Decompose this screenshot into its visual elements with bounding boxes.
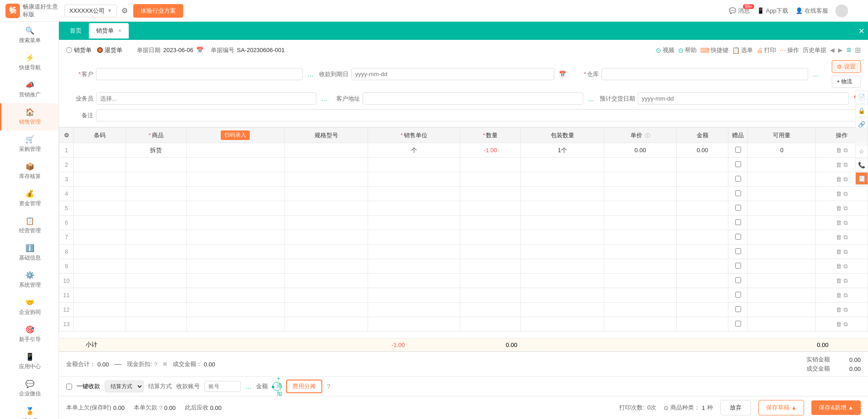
payment-method-select[interactable]: 结算方式 (105, 380, 144, 392)
cell-spec[interactable] (284, 317, 368, 332)
app-download-button[interactable]: 📱 App下载 (757, 7, 788, 15)
radio-return[interactable]: 退货单 (97, 46, 122, 54)
delete-icon[interactable]: 🗑 (836, 292, 842, 299)
settings-button[interactable]: ⚙ 设置 (832, 60, 861, 73)
cell-unit[interactable] (368, 288, 460, 303)
cell-product[interactable] (126, 274, 186, 288)
grid-view-icon[interactable]: ⊞ (855, 46, 861, 54)
cell-spec[interactable] (284, 143, 368, 158)
cell-price[interactable] (604, 259, 676, 274)
price-help-icon[interactable]: ⓘ (645, 133, 650, 138)
cell-barcode[interactable] (74, 230, 126, 245)
operate-btn[interactable]: ⋯ 操作 (780, 46, 799, 54)
right-tool-lock[interactable]: 🔒 (855, 104, 868, 117)
cell-qty[interactable] (460, 158, 521, 172)
cell-qty[interactable] (460, 245, 521, 259)
company-selector[interactable]: XXXXXX公司 ▼ (64, 5, 117, 17)
cell-barcode[interactable] (74, 172, 126, 187)
cell-qty[interactable] (460, 172, 521, 187)
copy-icon[interactable]: ⧉ (844, 176, 848, 183)
cell-barcode[interactable] (74, 245, 126, 259)
cell-barcode[interactable] (74, 274, 126, 288)
cell-price[interactable] (604, 187, 676, 201)
cell-spec[interactable] (284, 288, 368, 303)
salesperson-select-dots[interactable]: … (321, 95, 327, 102)
cell-unit[interactable] (368, 172, 460, 187)
col-settings-header[interactable]: ⚙ (59, 128, 74, 143)
product-type-checkbox[interactable]: ⊙ (664, 405, 669, 411)
cell-price[interactable] (604, 230, 676, 245)
payment-due-calendar-icon[interactable]: 📅 (559, 71, 566, 77)
cell-pack-qty[interactable]: 1个 (521, 143, 604, 158)
sidebar-item-sales[interactable]: 🏠 销售管理 (0, 103, 58, 130)
cell-price[interactable] (604, 158, 676, 172)
copy-icon[interactable]: ⧉ (844, 147, 848, 154)
cell-qty[interactable] (460, 201, 521, 216)
copy-icon[interactable]: ⧉ (844, 234, 848, 241)
sidebar-item-guide[interactable]: 🎯 新手引导 (0, 321, 58, 348)
add-payment-button[interactable]: ● + 添加 (272, 382, 281, 391)
right-tool-phone[interactable]: 📞 (855, 159, 868, 171)
cell-unit[interactable] (368, 274, 460, 288)
salesperson-input[interactable] (96, 92, 316, 105)
cell-gift[interactable] (728, 158, 748, 172)
one-click-payment-checkbox[interactable] (66, 384, 72, 390)
left-arrow-icon[interactable]: ◀ (830, 47, 834, 53)
cell-unit[interactable] (368, 187, 460, 201)
cell-spec[interactable] (284, 158, 368, 172)
cell-gift[interactable] (728, 317, 748, 332)
copy-icon[interactable]: ⧉ (844, 219, 848, 226)
cell-qty[interactable] (460, 317, 521, 332)
note-input[interactable] (96, 109, 861, 121)
cell-product[interactable] (126, 230, 186, 245)
cell-barcode[interactable] (74, 143, 126, 158)
cell-pack-qty[interactable] (521, 259, 604, 274)
history-btn[interactable]: 历史单据 (803, 46, 826, 54)
sidebar-item-purchase[interactable]: 🛒 采购管理 (0, 130, 58, 158)
cell-barcode[interactable] (74, 303, 126, 317)
cell-gift[interactable] (728, 259, 748, 274)
cell-product[interactable] (126, 187, 186, 201)
tab-sales-order[interactable]: 销货单 × (89, 23, 129, 39)
avatar[interactable] (835, 5, 848, 17)
cell-pack-qty[interactable] (521, 172, 604, 187)
cell-spec[interactable] (284, 245, 368, 259)
cell-unit[interactable]: 个 (368, 143, 460, 158)
cell-unit[interactable] (368, 216, 460, 230)
save-new-button[interactable]: 保存&新增 ▲ (811, 400, 861, 415)
cell-product[interactable] (126, 288, 186, 303)
expense-split-button[interactable]: 费用分摊 (286, 380, 322, 393)
cell-product[interactable] (126, 158, 186, 172)
discard-button[interactable]: 放弃 (720, 400, 751, 415)
cell-price[interactable]: 0.00 (604, 143, 676, 158)
cell-unit[interactable] (368, 245, 460, 259)
cell-gift[interactable] (728, 216, 748, 230)
customer-select-dots[interactable]: … (307, 71, 314, 78)
delete-icon[interactable]: 🗑 (836, 147, 842, 154)
cell-spec[interactable] (284, 201, 368, 216)
cell-gift[interactable] (728, 245, 748, 259)
video-btn[interactable]: ⊙ 视频 (656, 46, 674, 54)
delete-icon[interactable]: 🗑 (836, 176, 842, 183)
cell-amount[interactable] (676, 245, 728, 259)
sidebar-item-quick-nav[interactable]: ⚡ 快捷导航 (0, 49, 58, 76)
help-btn[interactable]: ⊙ 帮助 (678, 46, 697, 54)
cell-amount[interactable] (676, 158, 728, 172)
cell-unit[interactable] (368, 201, 460, 216)
cell-unit[interactable] (368, 230, 460, 245)
payment-due-input[interactable] (351, 68, 555, 80)
cell-barcode[interactable] (74, 288, 126, 303)
cell-amount[interactable] (676, 201, 728, 216)
radio-sale[interactable]: 销货单 (66, 46, 92, 54)
cell-qty[interactable] (460, 288, 521, 303)
cell-pack-qty[interactable] (521, 274, 604, 288)
cell-pack-qty[interactable] (521, 216, 604, 230)
delete-icon[interactable]: 🗑 (836, 277, 842, 284)
sidebar-item-wechat[interactable]: 💬 企业微信 (0, 375, 58, 402)
cell-qty[interactable] (460, 274, 521, 288)
tab-close-icon[interactable]: × (118, 28, 121, 34)
cell-spec[interactable] (284, 172, 368, 187)
sidebar-item-operations[interactable]: 📋 经营管理 (0, 212, 58, 239)
cell-amount[interactable] (676, 230, 728, 245)
cell-amount[interactable] (676, 317, 728, 332)
